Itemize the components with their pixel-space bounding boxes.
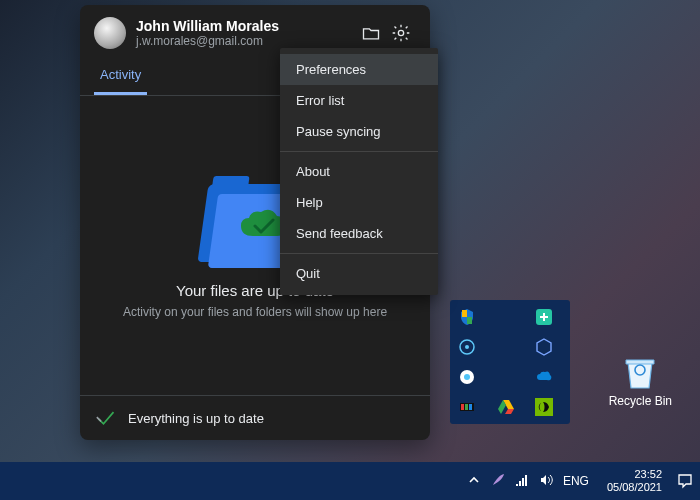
menu-help[interactable]: Help	[280, 187, 438, 218]
tray-overflow-chevron[interactable]	[467, 473, 481, 490]
tray-overflow-panel	[450, 300, 570, 424]
menu-preferences[interactable]: Preferences	[280, 54, 438, 85]
user-email: j.w.morales@gmail.com	[136, 34, 356, 48]
taskbar-time: 23:52	[607, 468, 662, 481]
menu-error-list[interactable]: Error list	[280, 85, 438, 116]
taskbar-volume-icon[interactable]	[539, 473, 553, 490]
footer-status-text: Everything is up to date	[128, 411, 264, 426]
tray-icon-app6[interactable]	[456, 366, 478, 388]
tray-icon-powertoys[interactable]	[456, 396, 478, 418]
menu-about[interactable]: About	[280, 156, 438, 187]
settings-menu: Preferences Error list Pause syncing Abo…	[280, 48, 438, 295]
tab-activity[interactable]: Activity	[94, 57, 147, 95]
tray-icon-app3[interactable]	[456, 336, 478, 358]
tray-icon-nvidia[interactable]	[533, 396, 555, 418]
tray-icon-app5[interactable]	[533, 336, 555, 358]
taskbar-network-icon[interactable]	[515, 473, 529, 490]
tray-icon-app7[interactable]	[495, 366, 517, 388]
svg-point-5	[465, 345, 469, 349]
tray-icon-security[interactable]	[456, 306, 478, 328]
recycle-bin-label: Recycle Bin	[609, 394, 672, 408]
user-name: John William Morales	[136, 18, 356, 34]
taskbar: ENG 23:52 05/08/2021	[0, 462, 700, 500]
svg-rect-11	[469, 404, 472, 410]
tray-icon-app2[interactable]	[533, 306, 555, 328]
avatar[interactable]	[94, 17, 126, 49]
status-subtitle: Activity on your files and folders will …	[123, 305, 387, 319]
tray-icon-app1[interactable]	[495, 306, 517, 328]
settings-button[interactable]	[386, 18, 416, 48]
menu-send-feedback[interactable]: Send feedback	[280, 218, 438, 249]
recycle-bin-icon	[618, 350, 662, 394]
drive-footer: Everything is up to date	[80, 395, 430, 440]
gear-icon	[391, 23, 411, 43]
taskbar-date: 05/08/2021	[607, 481, 662, 494]
taskbar-language[interactable]: ENG	[563, 474, 589, 488]
svg-rect-12	[535, 398, 553, 416]
svg-rect-1	[462, 310, 467, 317]
tray-icon-onedrive[interactable]	[533, 366, 555, 388]
menu-separator	[280, 253, 438, 254]
svg-point-0	[398, 30, 403, 35]
folder-icon	[361, 23, 381, 43]
taskbar-system-icons: ENG	[467, 473, 599, 490]
taskbar-action-center[interactable]	[670, 462, 700, 500]
taskbar-feather-icon[interactable]	[491, 473, 505, 490]
tray-icon-drive[interactable]	[495, 396, 517, 418]
menu-pause-syncing[interactable]: Pause syncing	[280, 116, 438, 147]
taskbar-clock[interactable]: 23:52 05/08/2021	[599, 468, 670, 493]
menu-quit[interactable]: Quit	[280, 258, 438, 289]
menu-separator	[280, 151, 438, 152]
svg-rect-10	[465, 404, 468, 410]
tray-icon-app4[interactable]	[495, 336, 517, 358]
user-info: John William Morales j.w.morales@gmail.c…	[136, 18, 356, 48]
svg-rect-2	[467, 317, 472, 324]
svg-rect-9	[461, 404, 464, 410]
open-folder-button[interactable]	[356, 18, 386, 48]
desktop-recycle-bin[interactable]: Recycle Bin	[609, 350, 672, 408]
svg-point-7	[464, 374, 470, 380]
status-check-icon	[96, 408, 116, 428]
